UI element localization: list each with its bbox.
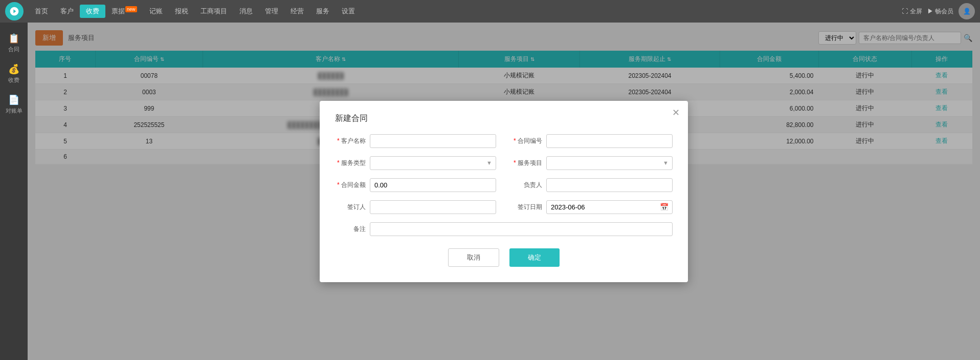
service-item-select[interactable] — [546, 156, 673, 170]
form-grid: 客户名称 合同编号 服务类型 ▼ — [335, 134, 673, 236]
service-type-select-wrapper: ▼ — [370, 156, 496, 170]
service-type-label: 服务类型 — [335, 159, 366, 167]
nav-fee[interactable]: 收费 — [80, 5, 105, 18]
service-type-select[interactable] — [370, 156, 496, 170]
nav-right-area: ⛶ 全屏 ▶ 畅会员 👤 — [902, 3, 975, 19]
form-row-contract-no: 合同编号 — [511, 134, 673, 148]
contract-amount-input[interactable] — [370, 178, 496, 192]
modal-title: 新建合同 — [335, 113, 673, 124]
new-contract-modal: ✕ 新建合同 客户名称 合同编号 服务类型 — [320, 101, 688, 282]
form-row-service-type: 服务类型 ▼ — [335, 156, 496, 170]
contract-no-input[interactable] — [546, 134, 673, 148]
responsible-input[interactable] — [546, 178, 673, 192]
nav-invoice[interactable]: 票据new — [105, 5, 143, 18]
main-layout: 📋 合同 💰 收费 📄 对账单 新增 服务项目 进行中 已完成 已暂停 � — [0, 23, 980, 360]
new-badge: new — [125, 6, 137, 12]
responsible-label: 负责人 — [511, 181, 542, 189]
form-row-responsible: 负责人 — [511, 178, 673, 192]
sign-date-label: 签订日期 — [511, 203, 542, 211]
form-row-signer: 签订人 — [335, 200, 496, 214]
sidebar-item-statement[interactable]: 📄 对账单 — [0, 89, 28, 120]
confirm-button[interactable]: 确定 — [509, 248, 560, 267]
modal-close-button[interactable]: ✕ — [672, 108, 680, 117]
sidebar: 📋 合同 💰 收费 📄 对账单 — [0, 23, 28, 360]
contract-icon: 📋 — [8, 33, 19, 44]
contract-no-label: 合同编号 — [511, 137, 542, 145]
content-area: 新增 服务项目 进行中 已完成 已暂停 🔍 序号 合同编号⇅ 客户名称⇅ 服务项… — [28, 23, 980, 360]
service-item-label: 服务项目 — [511, 159, 542, 167]
form-row-sign-date: 签订日期 📅 — [511, 200, 673, 214]
signer-label: 签订人 — [335, 203, 366, 211]
form-row-customer: 客户名称 — [335, 134, 496, 148]
nav-tax[interactable]: 报税 — [169, 5, 194, 18]
app-logo — [5, 2, 24, 20]
nav-service[interactable]: 服务 — [310, 5, 336, 18]
customer-name-input[interactable] — [370, 134, 496, 148]
sign-date-input[interactable] — [546, 200, 673, 214]
nav-settings[interactable]: 设置 — [336, 5, 361, 18]
nav-manage[interactable]: 管理 — [259, 5, 284, 18]
cancel-button[interactable]: 取消 — [448, 248, 499, 267]
contract-amount-label: 合同金额 — [335, 181, 366, 189]
sidebar-label-contract: 合同 — [8, 46, 19, 53]
nav-business[interactable]: 工商项目 — [194, 5, 233, 18]
top-navigation: 首页 客户 收费 票据new 记账 报税 工商项目 消息 管理 经营 服务 设置… — [0, 0, 980, 23]
statement-icon: 📄 — [8, 94, 19, 105]
fullscreen-btn[interactable]: ⛶ 全屏 — [902, 7, 922, 16]
sidebar-label-statement: 对账单 — [6, 107, 23, 115]
nav-home[interactable]: 首页 — [29, 5, 54, 18]
customer-name-label: 客户名称 — [335, 137, 366, 145]
user-avatar[interactable]: 👤 — [959, 3, 975, 19]
form-row-service-item: 服务项目 ▼ — [511, 156, 673, 170]
modal-overlay: ✕ 新建合同 客户名称 合同编号 服务类型 — [28, 23, 980, 360]
notes-label: 备注 — [335, 225, 366, 234]
sign-date-wrapper: 📅 — [546, 200, 673, 214]
sidebar-label-fee: 收费 — [8, 76, 19, 84]
sidebar-item-fee[interactable]: 💰 收费 — [0, 58, 28, 89]
member-btn[interactable]: ▶ 畅会员 — [927, 7, 953, 16]
form-row-notes: 备注 — [335, 222, 673, 236]
nav-operation[interactable]: 经营 — [284, 5, 310, 18]
signer-input[interactable] — [370, 200, 496, 214]
form-row-amount: 合同金额 — [335, 178, 496, 192]
nav-bookkeeping[interactable]: 记账 — [143, 5, 169, 18]
service-item-select-wrapper: ▼ — [546, 156, 673, 170]
sidebar-item-contract[interactable]: 📋 合同 — [0, 28, 28, 58]
notes-input[interactable] — [370, 222, 673, 236]
nav-customer[interactable]: 客户 — [54, 5, 80, 18]
modal-footer: 取消 确定 — [335, 248, 673, 267]
fee-icon: 💰 — [8, 63, 19, 75]
nav-message[interactable]: 消息 — [233, 5, 259, 18]
